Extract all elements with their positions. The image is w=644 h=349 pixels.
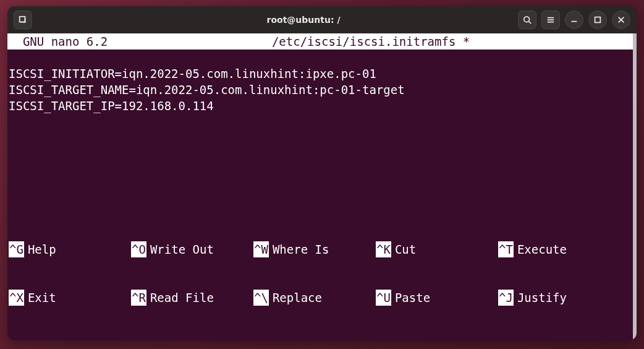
search-icon — [523, 15, 532, 24]
nano-shortcut-bar: ^GHelp ^OWrite Out ^WWhere Is ^KCut ^TEx… — [7, 209, 633, 340]
svg-rect-9 — [595, 17, 601, 23]
terminal-body[interactable]: GNU nano 6.2 /etc/iscsi/iscsi.initramfs … — [7, 33, 637, 340]
shortcut-replace[interactable]: ^\Replace — [253, 290, 376, 306]
shortcut-cut[interactable]: ^KCut — [376, 241, 498, 257]
titlebar: root@ubuntu: / — [7, 6, 637, 33]
hamburger-icon — [546, 15, 555, 24]
file-line: ISCSI_INITIATOR=iqn.2022-05.com.linuxhin… — [9, 67, 376, 80]
nano-titlebar: GNU nano 6.2 /etc/iscsi/iscsi.initramfs … — [7, 33, 633, 50]
search-button[interactable] — [518, 11, 536, 29]
svg-point-3 — [524, 17, 530, 22]
shortcut-writeout[interactable]: ^OWrite Out — [131, 241, 253, 257]
shortcut-exit[interactable]: ^XExit — [9, 290, 131, 306]
new-tab-icon — [19, 15, 27, 24]
shortcut-execute[interactable]: ^TExecute — [498, 241, 621, 257]
close-button[interactable] — [612, 11, 630, 29]
shortcut-row: ^XExit ^RRead File ^\Replace ^UPaste ^JJ… — [9, 290, 632, 306]
shortcut-readfile[interactable]: ^RRead File — [131, 290, 253, 306]
minimize-icon — [570, 15, 578, 24]
shortcut-justify[interactable]: ^JJustify — [498, 290, 621, 306]
close-icon — [617, 15, 625, 24]
maximize-icon — [593, 15, 602, 24]
file-line: ISCSI_TARGET_NAME=iqn.2022-05.com.linuxh… — [9, 83, 405, 97]
svg-line-4 — [529, 22, 532, 24]
new-tab-button[interactable] — [14, 11, 32, 29]
nano-filename: /etc/iscsi/iscsi.initramfs * — [110, 33, 632, 50]
shortcut-whereis[interactable]: ^WWhere Is — [253, 241, 376, 257]
editor-area[interactable]: ISCSI_INITIATOR=iqn.2022-05.com.linuxhin… — [7, 50, 633, 209]
minimize-button[interactable] — [565, 11, 583, 29]
shortcut-paste[interactable]: ^UPaste — [376, 290, 498, 306]
menu-button[interactable] — [541, 11, 560, 29]
nano-program-name: GNU nano 6.2 — [9, 33, 110, 50]
scrollbar[interactable] — [633, 33, 637, 340]
window-title: root@ubuntu: / — [99, 15, 508, 25]
shortcut-row: ^GHelp ^OWrite Out ^WWhere Is ^KCut ^TEx… — [9, 241, 632, 257]
terminal-window: root@ubuntu: / GNU nano 6.2 /etc/iscsi/i… — [7, 6, 637, 340]
maximize-button[interactable] — [588, 11, 607, 29]
shortcut-help[interactable]: ^GHelp — [9, 241, 131, 257]
svg-rect-0 — [20, 17, 25, 22]
file-line: ISCSI_TARGET_IP=192.168.0.114 — [9, 99, 214, 113]
